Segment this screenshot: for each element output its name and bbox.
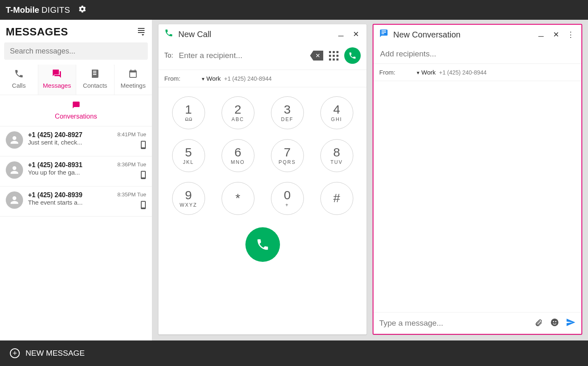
dialpad-icon[interactable]	[329, 51, 338, 61]
plus-icon: +	[10, 348, 20, 358]
subtab-conversations[interactable]: Conversations	[0, 95, 152, 126]
conversation-list: +1 (425) 240-8927 Just sent it, check...…	[0, 126, 152, 340]
from-name: Work	[421, 69, 436, 76]
conv-preview: You up for the ga...	[28, 169, 100, 176]
conversation-body	[373, 81, 581, 312]
new-message-button[interactable]: + NEW MESSAGE	[10, 348, 85, 358]
tab-messages[interactable]: Messages	[38, 65, 77, 95]
new-message-label: NEW MESSAGE	[26, 349, 85, 358]
to-input[interactable]	[179, 51, 304, 60]
avatar	[6, 191, 23, 209]
svg-point-9	[185, 118, 188, 120]
svg-rect-2	[138, 32, 145, 33]
conv-number: +1 (425) 240-8931	[28, 161, 100, 169]
attach-icon[interactable]	[534, 318, 544, 329]
avatar	[6, 131, 23, 149]
key-hash[interactable]: #	[320, 182, 353, 215]
contacts-icon	[77, 69, 113, 79]
compose-input[interactable]	[379, 319, 527, 328]
key-7[interactable]: 7PQRS	[271, 139, 304, 172]
phone-icon	[164, 28, 173, 40]
send-button[interactable]	[566, 317, 576, 329]
sidebar: MESSAGES Calls Messages Co	[0, 20, 152, 340]
panel-title: New Call	[178, 30, 331, 39]
chevron-down-icon: ▾	[417, 70, 420, 76]
board: New Call ─ ✕ To: ✕ From: ▾ Work	[152, 20, 588, 340]
from-selector[interactable]: ▾ Work +1 (425) 240-8944	[202, 75, 272, 82]
phone-device-icon	[140, 203, 146, 211]
search-container	[4, 42, 148, 60]
tab-label: Messages	[43, 82, 71, 89]
emoji-icon[interactable]	[550, 318, 559, 329]
key-8[interactable]: 8TUV	[320, 139, 353, 172]
phone-device-icon	[140, 142, 146, 151]
more-button[interactable]: ⋮	[566, 30, 576, 39]
speech-icon	[0, 101, 152, 111]
minimize-button[interactable]: ─	[536, 32, 546, 41]
add-recipients-input[interactable]	[380, 49, 575, 58]
from-number: +1 (425) 240-8944	[224, 75, 272, 82]
svg-point-10	[189, 118, 191, 120]
key-9[interactable]: 9WXYZ	[172, 182, 205, 215]
subtab-label: Conversations	[55, 113, 97, 120]
panel-new-conversation: New Conversation ─ ✕ ⋮ From: ▾ Work +1 (…	[373, 24, 582, 335]
conv-preview: The event starts a...	[28, 199, 100, 206]
message-icon	[379, 29, 388, 40]
svg-rect-6	[142, 172, 145, 177]
gear-icon[interactable]	[78, 5, 86, 15]
from-number: +1 (425) 240-8944	[439, 69, 487, 76]
close-button[interactable]: ✕	[351, 30, 361, 39]
chat-icon	[39, 69, 75, 79]
svg-rect-1	[138, 30, 145, 31]
chevron-down-icon: ▾	[202, 76, 205, 82]
brand-light: DIGITS	[42, 5, 70, 14]
list-item[interactable]: +1 (425) 240-8931 You up for the ga... 8…	[0, 156, 152, 186]
key-6[interactable]: 6MNO	[222, 139, 254, 172]
call-button[interactable]	[344, 47, 361, 64]
backspace-icon[interactable]: ✕	[310, 51, 323, 61]
svg-rect-4	[142, 142, 145, 147]
key-4[interactable]: 4GHI	[320, 96, 353, 129]
key-3[interactable]: 3DEF	[271, 96, 304, 129]
list-toggle-icon[interactable]	[138, 27, 146, 37]
calendar-icon	[115, 69, 152, 79]
key-0[interactable]: 0+	[271, 182, 304, 215]
key-star[interactable]: *	[222, 182, 254, 215]
svg-rect-8	[142, 202, 145, 207]
bottom-bar: + NEW MESSAGE	[0, 340, 588, 366]
dialpad: 1 2ABC 3DEF 4GHI 5JKL 6MNO 7PQRS 8TUV 9W…	[159, 87, 366, 334]
brand: T-Mobile DIGITS	[6, 5, 70, 15]
tab-label: Meetings	[121, 82, 146, 89]
tab-meetings[interactable]: Meetings	[114, 65, 152, 95]
minimize-button[interactable]: ─	[336, 32, 346, 40]
conv-number: +1 (425) 240-8939	[28, 191, 100, 199]
page-title: MESSAGES	[6, 26, 68, 38]
tab-calls[interactable]: Calls	[0, 65, 38, 95]
top-bar: T-Mobile DIGITS	[0, 0, 588, 20]
close-button[interactable]: ✕	[551, 30, 561, 39]
avatar	[6, 161, 23, 179]
svg-rect-0	[138, 28, 145, 29]
svg-point-11	[551, 318, 558, 326]
conv-time: 8:36PM Tue	[105, 161, 146, 168]
conv-time: 8:35PM Tue	[105, 191, 146, 198]
dial-call-button[interactable]	[245, 227, 280, 262]
phone-device-icon	[140, 173, 146, 181]
conv-time: 8:41PM Tue	[105, 131, 146, 138]
from-name: Work	[206, 75, 221, 82]
nav-tabs: Calls Messages Contacts Meetings	[0, 65, 152, 95]
key-1[interactable]: 1	[172, 96, 205, 129]
key-2[interactable]: 2ABC	[222, 96, 254, 129]
phone-icon	[1, 69, 37, 79]
from-selector[interactable]: ▾ Work +1 (425) 240-8944	[417, 69, 487, 76]
tab-label: Contacts	[83, 82, 107, 89]
panel-title: New Conversation	[393, 30, 531, 40]
tab-contacts[interactable]: Contacts	[76, 65, 114, 95]
conv-preview: Just sent it, check...	[28, 139, 100, 146]
list-item[interactable]: +1 (425) 240-8939 The event starts a... …	[0, 186, 152, 217]
search-input[interactable]	[4, 42, 148, 60]
panel-new-call: New Call ─ ✕ To: ✕ From: ▾ Work	[158, 24, 367, 335]
tab-label: Calls	[12, 82, 26, 89]
list-item[interactable]: +1 (425) 240-8927 Just sent it, check...…	[0, 126, 152, 156]
key-5[interactable]: 5JKL	[172, 139, 205, 172]
